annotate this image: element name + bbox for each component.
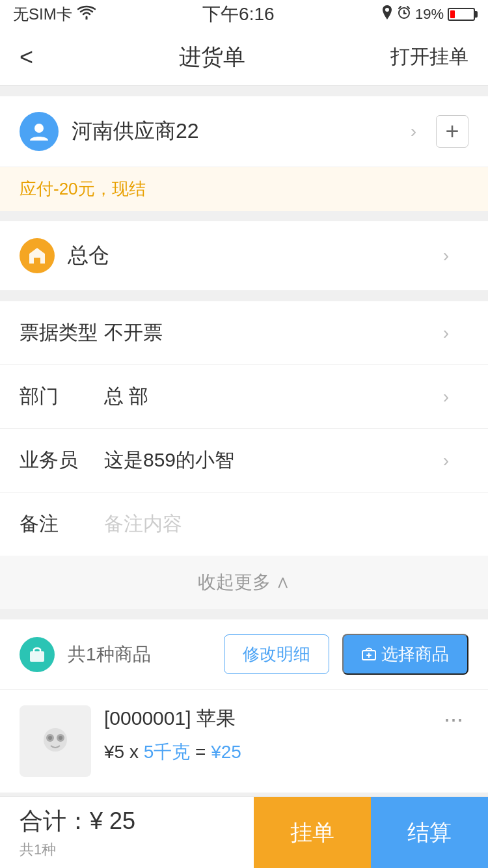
supplier-name: 河南供应商22 [72,117,411,146]
select-product-label: 选择商品 [381,643,449,666]
product-price: ¥5 x 5千克 = ¥25 [104,740,426,765]
supplier-alert: 应付-20元，现结 [0,167,488,211]
dept-value: 总 部 [104,383,443,410]
ticket-chevron-icon: › [443,323,449,344]
total-label: 合计： [20,807,90,834]
product-title: 苹果 [197,707,236,729]
settle-button[interactable]: 结算 [371,797,488,868]
dept-row[interactable]: 部门 总 部 › [0,364,488,428]
svg-point-11 [59,736,62,740]
nav-bar: < 进货单 打开挂单 [0,29,488,86]
remark-row[interactable]: 备注 备注内容 [0,492,488,556]
carrier-label: 无SIM卡 [13,4,72,25]
warehouse-row[interactable]: 总仓 › [0,221,488,290]
product-qty: 5千克 [144,742,191,762]
form-section: 票据类型 不开票 › 部门 总 部 › 业务员 这是859的小智 › 备注 备注… [0,301,488,556]
section-divider-4 [0,609,488,619]
wifi-icon [77,5,96,23]
hang-button[interactable]: 挂单 [254,797,371,868]
alarm-icon [397,5,411,23]
price-equals: = [195,742,211,762]
warehouse-section: 总仓 › [0,221,488,290]
section-divider-1 [0,86,488,96]
status-right: 19% [381,5,475,23]
salesperson-chevron-icon: › [443,450,449,471]
svg-point-10 [48,736,52,740]
product-thumbnail [20,705,91,777]
supplier-avatar [20,112,59,151]
unit-price: ¥5 x [104,742,144,762]
collapse-button[interactable]: 收起更多 ∧ [0,556,488,609]
section-divider-2 [0,211,488,221]
status-time: 下午6:16 [202,2,275,27]
ticket-type-label: 票据类型 [20,319,104,346]
page-title: 进货单 [179,42,245,72]
ticket-type-row[interactable]: 票据类型 不开票 › [0,301,488,364]
supplier-row[interactable]: 河南供应商22 › + [0,96,488,167]
remark-label: 备注 [20,511,104,537]
location-icon [381,5,393,23]
product-more-button[interactable]: ··· [439,705,468,733]
salesperson-row[interactable]: 业务员 这是859的小智 › [0,428,488,492]
status-left: 无SIM卡 [13,4,96,25]
product-icon [20,637,55,672]
warehouse-chevron-icon: › [443,245,449,266]
total-amount: 合计：¥ 25 [20,806,234,837]
bottom-bar: 合计：¥ 25 共1种 挂单 结算 [0,796,488,868]
dept-label: 部门 [20,383,104,410]
warehouse-icon [20,238,55,273]
battery-percentage: 19% [415,6,444,23]
svg-rect-2 [34,258,40,264]
product-info: [0000001] 苹果 ¥5 x 5千克 = ¥25 [104,705,426,765]
product-item: [0000001] 苹果 ¥5 x 5千克 = ¥25 ··· [0,689,488,793]
product-code: [0000001] [104,707,197,729]
ticket-type-value: 不开票 [104,319,443,346]
salesperson-value: 这是859的小智 [104,447,443,474]
product-header: 共1种商品 修改明细 选择商品 [0,619,488,689]
edit-details-button[interactable]: 修改明细 [224,634,329,674]
total-section: 合计：¥ 25 共1种 [0,797,254,868]
dept-chevron-icon: › [443,387,449,407]
supplier-chevron-icon: › [411,121,416,142]
total-count: 共1种 [20,840,234,860]
warehouse-name: 总仓 [68,241,443,270]
battery-icon [448,8,475,21]
add-supplier-button[interactable]: + [436,115,468,148]
supplier-section: 河南供应商22 › + 应付-20元，现结 [0,96,488,211]
collapse-label: 收起更多 ∧ [198,570,291,595]
back-button[interactable]: < [20,44,33,71]
status-bar: 无SIM卡 下午6:16 19% [0,0,488,29]
section-divider-3 [0,290,488,301]
select-product-button[interactable]: 选择商品 [342,634,468,675]
product-count: 共1种商品 [68,642,211,667]
product-name: [0000001] 苹果 [104,705,426,732]
svg-point-1 [34,124,44,133]
remark-placeholder: 备注内容 [104,511,468,537]
product-total: ¥25 [211,742,241,762]
svg-rect-3 [30,651,44,662]
salesperson-label: 业务员 [20,447,104,474]
open-pending-button[interactable]: 打开挂单 [390,44,468,70]
total-value: ¥ 25 [90,807,135,834]
